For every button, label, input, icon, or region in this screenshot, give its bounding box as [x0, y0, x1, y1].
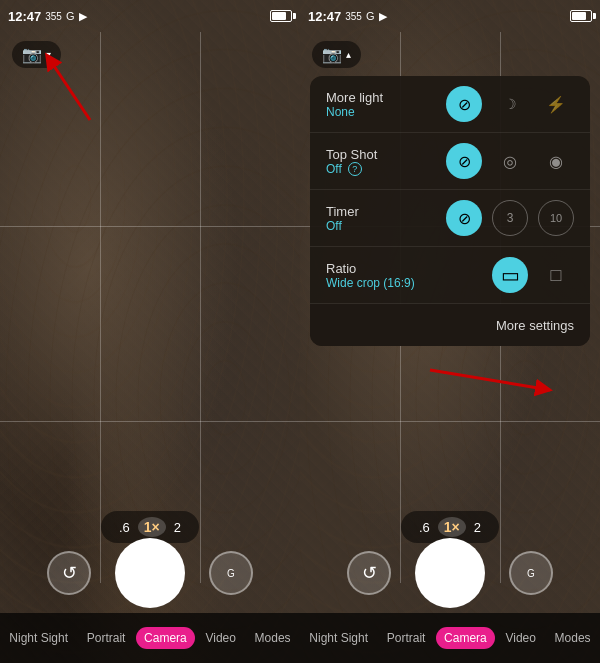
battery-fill — [272, 12, 286, 20]
nav-night-sight[interactable]: Night Sight — [1, 627, 76, 649]
camera-small-icon-r: 📷 — [322, 45, 342, 64]
more-settings-row: More settings — [310, 304, 590, 346]
signal-text-r: 355 — [345, 11, 362, 22]
shutter-button[interactable] — [115, 538, 185, 608]
top-shot-row: Top Shot Off ? ⊘ ◎ ◉ — [310, 133, 590, 190]
more-light-icons: ⊘ ☽ ⚡ — [446, 86, 574, 122]
signal-text: 355 — [45, 11, 62, 22]
flip-camera-btn-r[interactable]: ↺ — [347, 551, 391, 595]
shutter-area: ↺ G — [0, 533, 300, 613]
night-mode-btn[interactable]: ☽ — [492, 86, 528, 122]
ratio-label-group: Ratio Wide crop (16:9) — [326, 261, 492, 290]
status-time: 12:47 — [8, 9, 41, 24]
camera-top-bar: 📷 ▾ — [0, 32, 300, 76]
top-shot-title: Top Shot — [326, 147, 446, 162]
flash-btn[interactable]: ⚡ — [538, 86, 574, 122]
battery-fill-r — [572, 12, 586, 20]
bottom-nav: Night Sight Portrait Camera Video Modes — [0, 613, 300, 663]
top-shot-off-btn[interactable]: ⊘ — [446, 143, 482, 179]
timer-off-btn[interactable]: ⊘ — [446, 200, 482, 236]
timer-label-group: Timer Off — [326, 204, 446, 233]
lens-icon-r: G — [527, 568, 535, 579]
ratio-value: Wide crop (16:9) — [326, 276, 492, 290]
more-light-title: More light — [326, 90, 446, 105]
nav-camera-r[interactable]: Camera — [436, 627, 495, 649]
ratio-icons: ▭ □ — [492, 257, 574, 293]
shutter-inner-r — [423, 546, 477, 600]
data-icon: ▶ — [79, 10, 87, 23]
chevron-up-icon: ▴ — [346, 49, 351, 60]
shutter-button-r[interactable] — [415, 538, 485, 608]
top-shot-auto-btn[interactable]: ◎ — [492, 143, 528, 179]
timer-title: Timer — [326, 204, 446, 219]
nav-night-sight-r[interactable]: Night Sight — [301, 627, 376, 649]
left-phone-panel: 12:47 355 G ▶ 📷 ▾ .6 1× 2 — [0, 0, 300, 663]
shutter-area-r: ↺ G — [300, 533, 600, 613]
more-light-value: None — [326, 105, 446, 119]
timer-icons: ⊘ 3 10 — [446, 200, 574, 236]
lens-icon: G — [227, 568, 235, 579]
camera-mode-button-r[interactable]: 📷 ▴ — [312, 41, 361, 68]
more-light-label-group: More light None — [326, 90, 446, 119]
google-lens-btn-r[interactable]: G — [509, 551, 553, 595]
settings-panel: More light None ⊘ ☽ ⚡ Top Shot Off ? ⊘ ◎… — [310, 76, 590, 346]
status-icons-r: 355 G ▶ — [345, 10, 386, 23]
battery-icon-r — [570, 10, 592, 22]
top-shot-label-group: Top Shot Off ? — [326, 147, 446, 176]
ratio-wide-btn[interactable]: ▭ — [492, 257, 528, 293]
timer-3-btn[interactable]: 3 — [492, 200, 528, 236]
help-icon[interactable]: ? — [348, 162, 362, 176]
flip-icon: ↺ — [62, 562, 77, 584]
ratio-row: Ratio Wide crop (16:9) ▭ □ — [310, 247, 590, 304]
status-right-r — [570, 10, 592, 22]
timer-row: Timer Off ⊘ 3 10 — [310, 190, 590, 247]
camera-top-bar-r: 📷 ▴ — [300, 32, 600, 76]
nav-camera[interactable]: Camera — [136, 627, 195, 649]
flip-camera-btn[interactable]: ↺ — [47, 551, 91, 595]
timer-value: Off — [326, 219, 446, 233]
right-phone-panel: 12:47 355 G ▶ 📷 ▴ More light None ⊘ — [300, 0, 600, 663]
google-icon: G — [66, 10, 75, 22]
status-icons: 355 G ▶ — [45, 10, 86, 23]
chevron-down-icon: ▾ — [46, 49, 51, 60]
status-bar-r: 12:47 355 G ▶ — [300, 0, 600, 32]
status-right — [270, 10, 292, 22]
battery-icon — [270, 10, 292, 22]
top-shot-value: Off ? — [326, 162, 446, 176]
camera-small-icon: 📷 — [22, 45, 42, 64]
google-icon-r: G — [366, 10, 375, 22]
nav-portrait-r[interactable]: Portrait — [379, 627, 434, 649]
no-flash-btn[interactable]: ⊘ — [446, 86, 482, 122]
top-shot-on-btn[interactable]: ◉ — [538, 143, 574, 179]
status-time-r: 12:47 — [308, 9, 341, 24]
flip-icon-r: ↺ — [362, 562, 377, 584]
ratio-title: Ratio — [326, 261, 492, 276]
nav-portrait[interactable]: Portrait — [79, 627, 134, 649]
nav-modes-r[interactable]: Modes — [547, 627, 599, 649]
nav-video[interactable]: Video — [197, 627, 243, 649]
bottom-nav-r: Night Sight Portrait Camera Video Modes — [300, 613, 600, 663]
more-light-row: More light None ⊘ ☽ ⚡ — [310, 76, 590, 133]
nav-modes[interactable]: Modes — [247, 627, 299, 649]
timer-10-btn[interactable]: 10 — [538, 200, 574, 236]
ratio-square-btn[interactable]: □ — [538, 257, 574, 293]
shutter-inner — [123, 546, 177, 600]
google-lens-btn[interactable]: G — [209, 551, 253, 595]
data-icon-r: ▶ — [379, 10, 387, 23]
camera-mode-button[interactable]: 📷 ▾ — [12, 41, 61, 68]
status-bar: 12:47 355 G ▶ — [0, 0, 300, 32]
more-settings-btn[interactable]: More settings — [496, 318, 574, 333]
top-shot-icons: ⊘ ◎ ◉ — [446, 143, 574, 179]
nav-video-r[interactable]: Video — [497, 627, 543, 649]
